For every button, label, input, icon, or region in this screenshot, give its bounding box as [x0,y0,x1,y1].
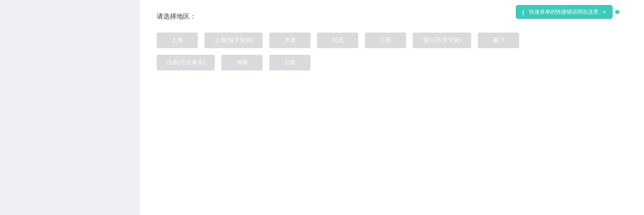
tooltip-bubble: 快速录单的快捷键说明在这里 × [516,5,613,19]
tooltip-text: 快速录单的快捷键说明在这里 [529,8,599,16]
region-btn-hainan[interactable]: 海南 [221,55,263,70]
region-btn-shanghai-etax[interactable]: 上海(电子税局) [204,33,263,48]
tooltip-dot [615,10,619,14]
region-btn-xiamen[interactable]: 厦门 [478,33,519,48]
left-sidebar [0,0,140,215]
region-row-2: 山东(不含青岛) 海南 云南 [157,55,628,70]
region-btn-shanghai[interactable]: 上海 [157,33,198,48]
tooltip-container: 快速录单的快捷键说明在这里 × [516,5,619,19]
region-btn-zhejiang[interactable]: 浙江(不含宁波) [413,33,471,48]
region-btn-shandong[interactable]: 山东(不含青岛) [157,55,215,70]
region-row-1: 上海 上海(电子税局) 天津 河北 江苏 浙江(不含宁波) 厦门 [157,33,628,48]
region-btn-jiangsu[interactable]: 江苏 [365,33,406,48]
region-btn-yunnan[interactable]: 云南 [269,55,310,70]
tooltip-close-button[interactable]: × [603,9,606,15]
main-content: 请选择地区： 上海 上海(电子税局) 天津 河北 江苏 浙江(不含宁波) 厦门 … [140,0,644,215]
region-btn-hebei[interactable]: 河北 [317,33,358,48]
region-btn-tianjin[interactable]: 天津 [269,33,310,48]
